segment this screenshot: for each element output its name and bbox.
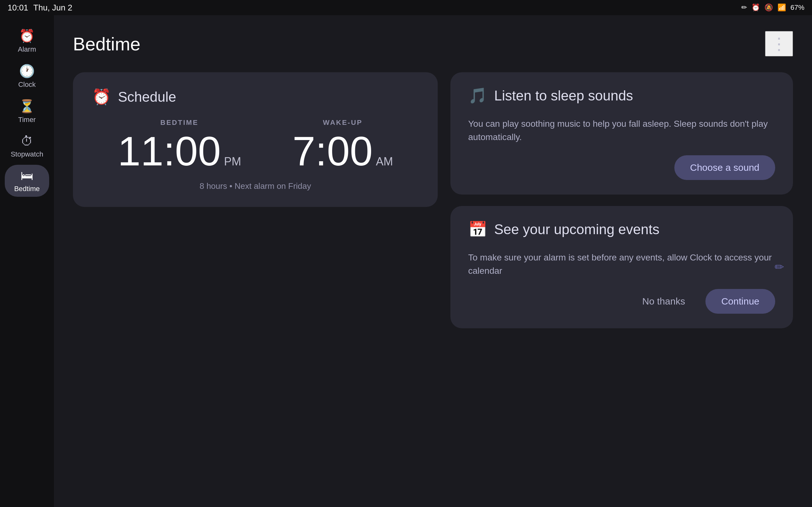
sidebar-label-bedtime: Bedtime [14,185,40,193]
schedule-times: BEDTIME 11:00 PM WAKE-UP 7:00 AM [92,118,419,172]
no-thanks-button[interactable]: No thanks [635,291,693,312]
schedule-card: ⏰ Schedule BEDTIME 11:00 PM WAKE-UP 7:00… [73,72,438,207]
schedule-icon: ⏰ [92,88,111,106]
mute-icon: 🔕 [764,3,773,12]
choose-sound-button[interactable]: Choose a sound [674,155,775,180]
edit-icon: ✏ [774,261,784,274]
sidebar-item-stopwatch[interactable]: ⏱ Stopwatch [5,130,49,162]
schedule-title: Schedule [118,89,176,105]
events-card: 📅 See your upcoming events To make sure … [450,206,793,328]
sleep-sounds-title: Listen to sleep sounds [494,88,633,104]
sidebar: ⏰ Alarm 🕐 Clock ⏳ Timer ⏱ Stopwatch 🛏 Be… [0,15,54,507]
bedtime-value: 11:00 PM [118,130,241,172]
sleep-sounds-header: 🎵 Listen to sleep sounds [468,87,775,105]
sidebar-item-bedtime[interactable]: 🛏 Bedtime [5,165,49,197]
battery-text: 67% [791,3,804,12]
sleep-sounds-card: 🎵 Listen to sleep sounds You can play so… [450,72,793,194]
sidebar-label-stopwatch: Stopwatch [11,150,44,158]
events-actions: No thanks Continue [468,289,775,314]
bedtime-nav-icon: 🛏 [20,169,33,183]
events-icon: 📅 [468,221,487,238]
timer-nav-icon: ⏳ [19,99,35,114]
status-time: 10:01 [8,3,28,13]
alarm-status-icon: ⏰ [751,3,760,12]
main-content: Bedtime ⋮ ⏰ Schedule BEDTIME 11:00 PM WA… [54,15,812,507]
status-bar: 10:01 Thu, Jun 2 ✏ ⏰ 🔕 📶 67% [0,0,812,15]
wakeup-block: WAKE-UP 7:00 AM [293,118,393,172]
status-date: Thu, Jun 2 [33,3,72,13]
sidebar-label-timer: Timer [18,116,36,124]
sleep-sounds-icon: 🎵 [468,87,487,105]
sidebar-item-alarm[interactable]: ⏰ Alarm [5,25,49,57]
wakeup-hour: 7:00 [293,130,373,172]
alarm-nav-icon: ⏰ [19,29,35,43]
wifi-icon: 📶 [777,3,786,12]
wakeup-value: 7:00 AM [293,130,393,172]
schedule-info: 8 hours • Next alarm on Friday [92,181,419,191]
page-title: Bedtime [73,33,141,55]
clock-nav-icon: 🕐 [19,64,35,78]
events-card-header: 📅 See your upcoming events [468,221,775,238]
bedtime-label: BEDTIME [160,118,199,127]
events-title: See your upcoming events [494,222,659,237]
page-title-row: Bedtime ⋮ [73,31,793,56]
sidebar-label-clock: Clock [18,80,36,89]
sleep-sounds-description: You can play soothing music to help you … [468,117,775,144]
continue-button[interactable]: Continue [705,289,775,314]
cards-row: ⏰ Schedule BEDTIME 11:00 PM WAKE-UP 7:00… [73,72,793,328]
pencil-icon: ✏ [741,3,747,12]
wakeup-label: WAKE-UP [323,118,362,127]
bedtime-hour: 11:00 [118,130,221,172]
status-right: ✏ ⏰ 🔕 📶 67% [741,3,804,12]
more-menu-button[interactable]: ⋮ [765,31,793,56]
status-left: 10:01 Thu, Jun 2 [8,3,72,13]
schedule-card-header: ⏰ Schedule [92,88,419,106]
events-description: To make sure your alarm is set before an… [468,251,775,278]
stopwatch-nav-icon: ⏱ [20,134,33,148]
sidebar-item-clock[interactable]: 🕐 Clock [5,60,49,93]
sidebar-item-timer[interactable]: ⏳ Timer [5,95,49,128]
sidebar-label-alarm: Alarm [18,45,36,54]
right-cards: 🎵 Listen to sleep sounds You can play so… [450,72,793,328]
bedtime-block: BEDTIME 11:00 PM [118,118,241,172]
wakeup-ampm: AM [376,155,393,168]
bedtime-ampm: PM [224,155,241,168]
